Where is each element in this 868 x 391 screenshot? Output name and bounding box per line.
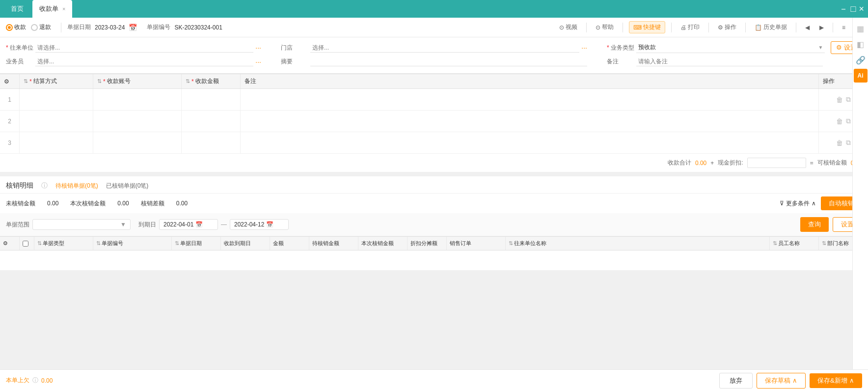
sort-icon-doctype[interactable]: ⇅ [37, 240, 42, 247]
radio-refund[interactable]: 退款 [31, 23, 51, 31]
sidebar-layout-icon[interactable]: ◧ [854, 37, 868, 51]
help-icon: ⊙ [596, 24, 600, 31]
note-input[interactable] [636, 57, 823, 66]
divider-5 [708, 23, 709, 32]
sort-icon-counterpart[interactable]: ⇅ [509, 240, 513, 247]
help-btn[interactable]: ⊙ 帮助 [593, 22, 617, 32]
bth-checkbox[interactable] [20, 237, 34, 250]
summary-input[interactable] [310, 57, 587, 66]
minimize-btn[interactable]: － [839, 3, 848, 15]
tab-home[interactable]: 首页 [4, 0, 30, 18]
delete-row2-btn[interactable]: 🗑 [836, 117, 843, 125]
bth-doc-type: ⇅ 单据类型 [34, 237, 93, 250]
td-row2-amount[interactable] [182, 111, 241, 132]
save-draft-btn[interactable]: 保存草稿 ∧ [757, 373, 806, 389]
date-field: 到期日 2022-04-01 📅 — 2022-04-12 📅 [138, 219, 289, 230]
table-row: 3 🗑 ⧉ [0, 132, 868, 154]
bth-counterpart: ⇅ 往来单位名称 [506, 237, 770, 250]
copy-row3-btn[interactable]: ⧉ [846, 139, 851, 147]
store-more-btn[interactable]: ··· [581, 44, 587, 52]
sidebar-link-icon[interactable]: 🔗 [854, 53, 868, 67]
range-field: 单据范围 ▼ [6, 219, 131, 230]
info-icon[interactable]: ⓘ [41, 181, 48, 190]
td-row2-settlement[interactable] [20, 111, 93, 132]
current-verif-value: 0.00 [117, 200, 129, 207]
more-conditions-btn[interactable]: ⊽ 更多条件 ∧ [780, 199, 816, 208]
radio-receive[interactable]: 收款 [6, 23, 26, 31]
nav-left-btn[interactable]: ◀ [802, 23, 813, 32]
sort-icon-docnum[interactable]: ⇅ [96, 240, 101, 247]
summary-field: 摘要 [281, 57, 587, 66]
sidebar-table-icon[interactable]: ▦ [854, 22, 868, 35]
th-settings[interactable]: ⚙ [0, 74, 20, 88]
range-label: 单据范围 [6, 221, 29, 229]
date-from-picker[interactable]: 2022-04-01 📅 [159, 219, 218, 230]
bth-amount: 金额 [270, 237, 309, 250]
td-row3-settlement[interactable] [20, 132, 93, 153]
td-row1-amount[interactable] [182, 89, 241, 110]
counterpart-more-btn[interactable]: ··· [255, 44, 261, 52]
done-tab[interactable]: 已核销单据(0笔) [106, 182, 149, 190]
sidebar-ai-icon[interactable]: Ai [854, 69, 868, 83]
discount-label: 现金折扣: [718, 159, 743, 167]
store-field: 门店 ··· [281, 43, 587, 53]
td-row3-account[interactable] [93, 132, 182, 153]
sort-icon-settlement[interactable]: ⇅ [24, 78, 28, 84]
sort-icon-account[interactable]: ⇅ [97, 78, 102, 84]
pending-tab[interactable]: 待核销单据(0笔) [55, 182, 98, 190]
date-to-picker[interactable]: 2022-04-12 📅 [230, 219, 289, 230]
copy-row2-btn[interactable]: ⧉ [846, 117, 851, 125]
td-row3-amount[interactable] [182, 132, 241, 153]
store-input[interactable] [310, 43, 579, 53]
select-all-checkbox[interactable] [23, 241, 28, 247]
nav-right-btn[interactable]: ▶ [816, 23, 827, 32]
range-chevron-icon: ▼ [120, 221, 126, 228]
bth-settings[interactable]: ⚙ [0, 237, 20, 250]
tab-close-icon[interactable]: × [62, 6, 65, 12]
td-row1-note[interactable] [241, 89, 819, 110]
td-row1-settlement[interactable] [20, 89, 93, 110]
sort-icon-staff[interactable]: ⇅ [773, 240, 777, 247]
sort-icon-amount[interactable]: ⇅ [186, 78, 190, 84]
business-type-select[interactable]: 预收款 ▼ [636, 42, 825, 53]
action-btn[interactable]: ⚙ 操作 [715, 22, 739, 32]
td-row2-note[interactable] [241, 111, 819, 132]
sort-icon-docdate[interactable]: ⇅ [175, 240, 179, 247]
video-btn[interactable]: ⊙ 视频 [556, 22, 580, 32]
unverified-label: 未核销金额 [6, 199, 35, 208]
td-row3-note[interactable] [241, 132, 819, 153]
radio-refund-dot [31, 24, 38, 31]
restore-btn[interactable]: □ [851, 4, 856, 14]
date-to-value: 2022-04-12 [234, 221, 264, 228]
date-label: 单据日期 [67, 23, 91, 31]
sort-icon-dept[interactable]: ⇅ [822, 240, 826, 247]
bth-staff: ⇅ 员工名称 [770, 237, 819, 250]
staff-more-btn[interactable]: ··· [255, 58, 261, 66]
tab-active[interactable]: 收款单 × [32, 0, 72, 18]
bth-discount: 折扣分摊额 [407, 237, 447, 250]
counterpart-input[interactable] [35, 43, 253, 53]
history-btn[interactable]: 📋 历史单据 [752, 22, 790, 32]
abandon-btn[interactable]: 放弃 [719, 373, 753, 389]
td-row2-account[interactable] [93, 111, 182, 132]
delete-row1-btn[interactable]: 🗑 [836, 96, 843, 104]
query-btn[interactable]: 查询 [800, 217, 829, 232]
range-select[interactable]: ▼ [32, 219, 131, 230]
shortcut-btn[interactable]: ⌨ 快捷键 [629, 21, 665, 33]
delete-row3-btn[interactable]: 🗑 [836, 139, 843, 147]
close-btn[interactable]: × [859, 4, 864, 14]
discount-input[interactable] [747, 158, 806, 168]
staff-input[interactable] [35, 57, 253, 66]
td-row1-account[interactable] [93, 89, 182, 110]
shortcut-icon: ⌨ [633, 24, 642, 31]
copy-row1-btn[interactable]: ⧉ [846, 95, 851, 104]
plus-sign: + [710, 160, 714, 167]
print-btn[interactable]: 🖨 打印 [678, 22, 703, 32]
bth-due-date: 收款到期日 [221, 237, 270, 250]
info-icon2[interactable]: ⓘ [32, 376, 38, 385]
bottom-table-header: ⚙ ⇅ 单据类型 ⇅ 单据编号 ⇅ 单据日期 收款到期日 金额 [0, 236, 868, 251]
layout1-btn[interactable]: ≡ [839, 23, 848, 32]
number-value: SK-20230324-001 [174, 24, 222, 31]
date-icon[interactable]: 📅 [129, 24, 137, 31]
save-new-btn[interactable]: 保存&新增 ∧ [810, 373, 862, 388]
